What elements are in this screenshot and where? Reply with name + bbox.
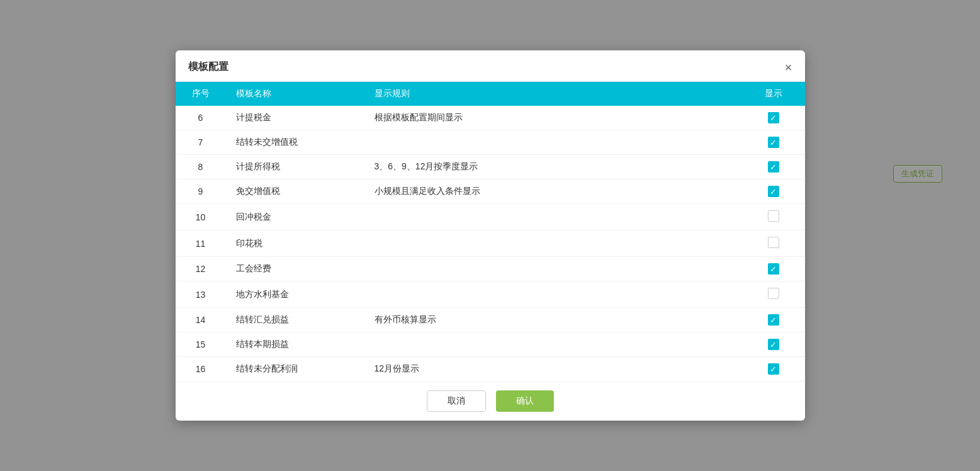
- row-checkbox-cell: [742, 204, 805, 230]
- row-checkbox-cell: ✓: [742, 357, 805, 382]
- col-header-id: 序号: [176, 82, 226, 106]
- table-row: 14结转汇兑损益有外币核算显示✓: [176, 308, 805, 332]
- row-rule: 3、6、9、12月按季度显示: [364, 155, 742, 179]
- row-rule: [364, 230, 742, 257]
- row-name: 回冲税金: [226, 204, 364, 230]
- checkbox-checked[interactable]: ✓: [768, 112, 779, 123]
- row-rule: 根据模板配置期间显示: [364, 106, 742, 130]
- row-rule: [364, 332, 742, 357]
- row-name: 工会经费: [226, 257, 364, 281]
- row-checkbox-cell: ✓: [742, 257, 805, 281]
- checkbox-unchecked[interactable]: [768, 210, 779, 222]
- row-checkbox-cell: ✓: [742, 155, 805, 179]
- row-checkbox-cell: ✓: [742, 179, 805, 204]
- row-name: 结转汇兑损益: [226, 308, 364, 332]
- row-name: 结转未交增值税: [226, 130, 364, 155]
- row-name: 结转本期损益: [226, 332, 364, 357]
- row-id: 12: [176, 257, 226, 281]
- row-checkbox-cell: ✓: [742, 106, 805, 130]
- table-row: 10回冲税金: [176, 204, 805, 230]
- row-rule: 有外币核算显示: [364, 308, 742, 332]
- row-id: 9: [176, 179, 226, 204]
- row-rule: [364, 281, 742, 308]
- row-checkbox-cell: [742, 230, 805, 257]
- row-name: 计提所得税: [226, 155, 364, 179]
- modal-close-button[interactable]: ×: [785, 61, 792, 74]
- table-row: 11印花税: [176, 230, 805, 257]
- table-row: 15结转本期损益✓: [176, 332, 805, 357]
- row-name: 印花税: [226, 230, 364, 257]
- modal-overlay: 模板配置 × 序号 模板名称 显示规则 显示 6计提税金根据模板配置期间显示✓7…: [0, 0, 980, 471]
- row-name: 计提税金: [226, 106, 364, 130]
- confirm-button[interactable]: 确认: [496, 390, 554, 412]
- table-row: 6计提税金根据模板配置期间显示✓: [176, 106, 805, 130]
- row-checkbox-cell: ✓: [742, 130, 805, 155]
- row-id: 15: [176, 332, 226, 357]
- row-rule: [364, 204, 742, 230]
- table-row: 8计提所得税3、6、9、12月按季度显示✓: [176, 155, 805, 179]
- checkbox-checked[interactable]: ✓: [768, 186, 779, 197]
- checkbox-checked[interactable]: ✓: [768, 339, 779, 350]
- row-id: 13: [176, 281, 226, 308]
- row-id: 6: [176, 106, 226, 130]
- config-table: 序号 模板名称 显示规则 显示 6计提税金根据模板配置期间显示✓7结转未交增值税…: [176, 82, 805, 381]
- checkbox-unchecked[interactable]: [768, 237, 779, 248]
- checkbox-checked[interactable]: ✓: [768, 363, 779, 375]
- col-header-rule: 显示规则: [364, 82, 742, 106]
- row-id: 7: [176, 130, 226, 155]
- row-checkbox-cell: ✓: [742, 308, 805, 332]
- row-name: 地方水利基金: [226, 281, 364, 308]
- table-row: 9免交增值税小规模且满足收入条件显示✓: [176, 179, 805, 204]
- row-rule: 12月份显示: [364, 357, 742, 382]
- row-id: 14: [176, 308, 226, 332]
- row-id: 10: [176, 204, 226, 230]
- checkbox-unchecked[interactable]: [768, 288, 779, 299]
- modal-table-container: 序号 模板名称 显示规则 显示 6计提税金根据模板配置期间显示✓7结转未交增值税…: [176, 82, 805, 381]
- col-header-name: 模板名称: [226, 82, 364, 106]
- modal-header: 模板配置 ×: [176, 50, 805, 82]
- row-id: 11: [176, 230, 226, 257]
- row-rule: [364, 257, 742, 281]
- row-checkbox-cell: [742, 281, 805, 308]
- row-id: 16: [176, 357, 226, 382]
- table-row: 7结转未交增值税✓: [176, 130, 805, 155]
- cancel-button[interactable]: 取消: [427, 390, 486, 412]
- checkbox-checked[interactable]: ✓: [768, 263, 779, 275]
- table-row: 12工会经费✓: [176, 257, 805, 281]
- checkbox-checked[interactable]: ✓: [768, 161, 779, 173]
- row-rule: 小规模且满足收入条件显示: [364, 179, 742, 204]
- table-row: 13地方水利基金: [176, 281, 805, 308]
- checkbox-checked[interactable]: ✓: [768, 314, 779, 326]
- table-row: 16结转未分配利润12月份显示✓: [176, 357, 805, 382]
- modal-title: 模板配置: [188, 60, 228, 74]
- row-rule: [364, 130, 742, 155]
- checkbox-checked[interactable]: ✓: [768, 137, 779, 148]
- row-name: 免交增值税: [226, 179, 364, 204]
- modal-template-config: 模板配置 × 序号 模板名称 显示规则 显示 6计提税金根据模板配置期间显示✓7…: [176, 50, 805, 421]
- row-checkbox-cell: ✓: [742, 332, 805, 357]
- col-header-show: 显示: [742, 82, 805, 106]
- row-name: 结转未分配利润: [226, 357, 364, 382]
- modal-footer: 取消 确认: [176, 381, 805, 421]
- row-id: 8: [176, 155, 226, 179]
